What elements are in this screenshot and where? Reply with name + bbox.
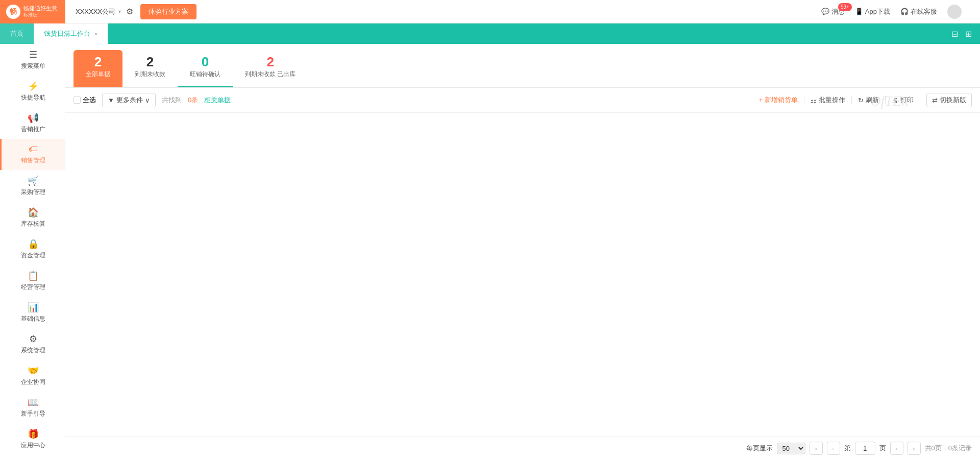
finance-icon: 🔒 <box>28 238 39 250</box>
app-download-label: App下载 <box>865 7 890 16</box>
found-text-prefix: 共找到 <box>162 95 182 105</box>
stat-card-shipped[interactable]: 2 到期未收款 已出库 <box>233 50 308 87</box>
prev-page-button[interactable]: ‹ <box>827 442 840 455</box>
found-count: 0条 <box>188 95 198 105</box>
next-page-button[interactable]: › <box>890 442 903 455</box>
first-page-button[interactable]: « <box>810 442 823 455</box>
batch-operation-button[interactable]: ⚏ 批量操作 <box>811 95 845 105</box>
toolbar-right: + 新增销货单 ⚏ 批量操作 ↻ 刷新 🖨 打印 ⇄ <box>759 93 972 107</box>
tab-close-icon[interactable]: × <box>94 31 97 37</box>
message-icon: 💬 <box>821 8 829 15</box>
stat-label-all: 全部单据 <box>86 70 110 79</box>
stat-card-all[interactable]: 2 全部单据 <box>74 50 122 87</box>
message-button[interactable]: 💬 消息 99+ <box>821 7 845 16</box>
sidebar-item-label: 新手引导 <box>21 409 45 418</box>
avatar[interactable] <box>947 5 962 19</box>
app-center-icon: 🎁 <box>28 428 39 440</box>
sidebar-item-enterprise[interactable]: 🤝 企业协同 <box>0 360 65 392</box>
sidebar-item-corp-wechat[interactable]: 💬 企业微信 <box>0 455 65 460</box>
logo-icon: 畅 <box>6 5 20 19</box>
toolbar: 全选 ▼ 更多条件 ∨ 共找到 0条 相关单据 + 新增销货单 ⚏ 批量操作 ↻ <box>65 88 980 113</box>
sidebar-item-purchase[interactable]: 🛒 采购管理 <box>0 170 65 202</box>
sidebar-item-system[interactable]: ⚙ 系统管理 <box>0 328 65 360</box>
refresh-button[interactable]: ↻ 刷新 <box>858 95 879 105</box>
stat-label-wangpu: 旺铺待确认 <box>190 70 220 79</box>
tab-bar-right: ⊟ ⊞ <box>951 29 980 39</box>
switch-label: 切换新版 <box>940 95 966 105</box>
sidebar-item-basic-info[interactable]: 📊 基础信息 <box>0 297 65 328</box>
enterprise-icon: 🤝 <box>28 365 39 376</box>
filter-icon: ▼ <box>108 96 114 104</box>
app-download-icon: 📱 <box>855 8 863 15</box>
related-orders-link[interactable]: 相关单据 <box>204 95 231 105</box>
toolbar-divider-3 <box>885 96 886 104</box>
refresh-label: 刷新 <box>866 95 879 105</box>
stat-num-all: 2 <box>94 54 102 70</box>
sidebar-item-newbie[interactable]: 📖 新手引导 <box>0 392 65 423</box>
next-page-icon: › <box>895 445 897 452</box>
last-page-icon: » <box>912 445 916 452</box>
filter-arrow: ∨ <box>145 96 150 104</box>
top-header: 畅 畅捷通好生意 标准版 XXXXXX公司 ▾ ⚙ 体验行业方案 💬 消息 99… <box>0 0 980 23</box>
sidebar-item-search-menu[interactable]: ☰ 搜索菜单 <box>0 44 65 76</box>
headset-icon: 🎧 <box>900 8 909 15</box>
main-content: 2 全部单据 2 到期未收款 0 旺铺待确认 2 到期未收款 已出库 全选 <box>65 44 980 460</box>
total-text: 共0页，0条记录 <box>925 444 972 453</box>
inventory-icon: 🏠 <box>28 207 39 218</box>
settings-button[interactable]: ⚙ <box>126 7 133 16</box>
toolbar-divider-2 <box>851 96 852 104</box>
sidebar-item-label: 搜索菜单 <box>21 62 45 70</box>
system-icon: ⚙ <box>29 333 37 345</box>
sidebar-item-label: 企业协同 <box>21 378 45 386</box>
batch-label: 批量操作 <box>819 95 845 105</box>
stat-card-overdue[interactable]: 2 到期未收款 <box>122 50 178 87</box>
sidebar-item-label: 库存核算 <box>21 220 45 228</box>
company-selector[interactable]: XXXXXX公司 ▾ <box>76 7 121 16</box>
tab-minimize-icon[interactable]: ⊟ <box>951 29 958 39</box>
sidebar-item-business[interactable]: 📋 经营管理 <box>0 265 65 297</box>
stat-num-wangpu: 0 <box>202 54 209 70</box>
tab-bar: 首页 钱货日清工作台 × ⊟ ⊞ <box>0 23 980 44</box>
last-page-button[interactable]: » <box>908 442 921 455</box>
sidebar-item-label: 采购管理 <box>21 188 45 197</box>
tab-maximize-icon[interactable]: ⊞ <box>965 29 972 39</box>
page-number-input[interactable] <box>855 442 875 455</box>
logo-title: 畅捷通好生意 <box>23 5 57 12</box>
app-download-button[interactable]: 📱 App下载 <box>855 7 890 16</box>
switch-version-button[interactable]: ⇄ 切换新版 <box>926 93 972 107</box>
sidebar-item-quick-nav[interactable]: ⚡ 快捷导航 <box>0 76 65 107</box>
stat-card-wangpu[interactable]: 0 旺铺待确认 <box>178 50 233 87</box>
sidebar-item-sales[interactable]: 🏷 销售管理 <box>0 139 65 170</box>
print-button[interactable]: 🖨 打印 <box>892 95 914 105</box>
switch-icon: ⇄ <box>932 96 938 104</box>
filter-label: 更多条件 <box>116 95 143 105</box>
basic-info-icon: 📊 <box>28 302 39 313</box>
checkbox-box[interactable] <box>74 96 81 104</box>
toolbar-divider-1 <box>804 96 804 104</box>
first-page-icon: « <box>814 445 818 452</box>
add-sales-order-button[interactable]: + 新增销货单 <box>759 95 798 105</box>
page-suffix: 页 <box>879 444 886 453</box>
tab-active[interactable]: 钱货日清工作台 × <box>34 23 108 44</box>
newbie-icon: 📖 <box>28 397 39 408</box>
sidebar-item-label: 资金管理 <box>21 251 45 260</box>
page-label: 第 <box>844 444 851 453</box>
sidebar-item-marketing[interactable]: 📢 营销推广 <box>0 107 65 139</box>
sidebar-item-inventory[interactable]: 🏠 库存核算 <box>0 202 65 233</box>
batch-icon: ⚏ <box>811 96 817 104</box>
sidebar-item-finance[interactable]: 🔒 资金管理 <box>0 233 65 265</box>
sales-icon: 🏷 <box>29 144 38 155</box>
sidebar: ☰ 搜索菜单 ⚡ 快捷导航 📢 营销推广 🏷 销售管理 🛒 采购管理 🏠 库存核… <box>0 44 65 460</box>
stat-label-overdue: 到期未收款 <box>135 70 165 79</box>
sidebar-item-label: 基础信息 <box>21 314 45 323</box>
online-service-button[interactable]: 🎧 在线客服 <box>900 7 937 16</box>
select-all-checkbox[interactable]: 全选 <box>74 95 96 105</box>
sidebar-item-label: 销售管理 <box>21 156 45 165</box>
tab-home[interactable]: 首页 <box>0 23 34 44</box>
trial-button[interactable]: 体验行业方案 <box>140 4 197 19</box>
per-page-select[interactable]: 50 100 200 <box>777 443 805 454</box>
table-area: 每页显示 50 100 200 « ‹ 第 页 › <box>65 113 980 460</box>
sidebar-item-label: 快捷导航 <box>21 93 45 102</box>
filter-button[interactable]: ▼ 更多条件 ∨ <box>102 93 156 107</box>
sidebar-item-app-center[interactable]: 🎁 应用中心 <box>0 423 65 455</box>
